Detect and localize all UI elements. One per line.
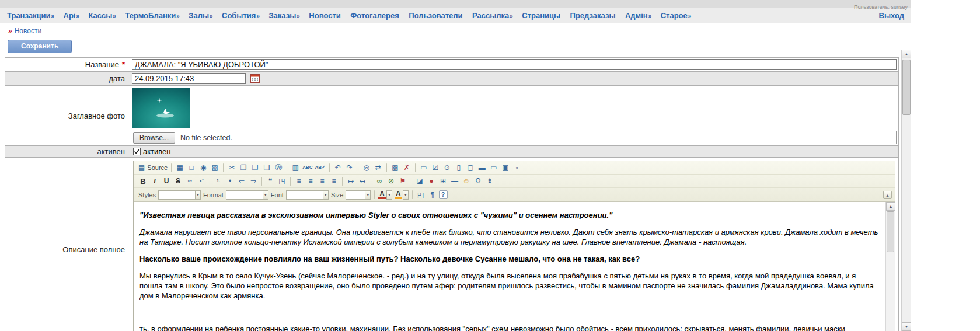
page-scrollbar-thumb[interactable] <box>902 60 911 115</box>
special-char-button[interactable]: Ω <box>473 176 483 186</box>
file-input[interactable]: Browse... No file selected. <box>132 131 897 144</box>
scayt-button[interactable]: AB✓ <box>315 162 326 173</box>
flash-button[interactable]: ● <box>426 176 437 186</box>
preview-button[interactable]: ◉ <box>198 162 208 173</box>
editor-scroll-up-icon[interactable]: ▲ <box>886 202 895 211</box>
redo-button[interactable]: ↷ <box>344 162 355 173</box>
browse-button[interactable]: Browse... <box>133 132 175 144</box>
nav-item[interactable]: ТермоБланки» <box>125 11 179 20</box>
remove-format-button[interactable]: ✗ <box>402 162 412 173</box>
subscript-button[interactable]: x₂ <box>184 176 195 186</box>
select-all-button[interactable]: ▩ <box>390 162 400 173</box>
submenu-arrow-icon: » <box>210 13 213 19</box>
toolbar-collapse-button[interactable]: ▲ <box>883 191 892 199</box>
paste-button[interactable]: ❒ <box>250 162 260 173</box>
source-button[interactable]: ▤Source <box>138 162 168 173</box>
font-combo[interactable]: Font▾ <box>270 190 329 200</box>
templates-button[interactable]: ▧ <box>210 162 220 173</box>
link-button[interactable]: ∞ <box>374 176 385 186</box>
text-color-button[interactable]: A▾ <box>378 190 393 200</box>
horizontal-rule-button[interactable]: — <box>449 176 460 186</box>
bold-button[interactable]: B <box>138 176 148 186</box>
undo-button[interactable]: ↶ <box>333 162 343 173</box>
nav-item[interactable]: Транзакции» <box>7 11 54 20</box>
anchor-button[interactable]: ⚑ <box>397 176 408 186</box>
maximize-button[interactable]: ◰ <box>416 190 426 200</box>
spell-check-button[interactable]: ABC <box>302 162 313 173</box>
save-doc-button[interactable]: ▦ <box>175 162 185 173</box>
nav-item[interactable]: Новости <box>309 11 341 20</box>
bidi-ltr-button[interactable]: ↦ <box>346 176 356 186</box>
image-button-button[interactable]: ▣ <box>500 162 511 173</box>
editor-scrollbar-thumb[interactable] <box>887 211 894 252</box>
nav-item[interactable]: Предзаказы <box>570 11 616 20</box>
toolbar-icon: ❝ <box>268 177 272 184</box>
indent-button[interactable]: ⇒ <box>248 176 259 186</box>
about-button[interactable]: ? <box>439 190 448 199</box>
nav-item[interactable]: Api» <box>64 11 80 20</box>
nav-item[interactable]: Страницы <box>522 11 561 20</box>
nav-item[interactable]: Пользователи <box>409 11 463 20</box>
hidden-field-button[interactable]: ▫ <box>512 162 522 173</box>
replace-button[interactable]: ⇄ <box>373 162 383 173</box>
calendar-icon[interactable] <box>250 74 260 83</box>
copy-button[interactable]: ❐ <box>238 162 249 173</box>
align-right-button[interactable]: ≡ <box>317 176 327 186</box>
align-left-button[interactable]: ≡ <box>294 176 304 186</box>
align-center-button[interactable]: ≡ <box>305 176 316 186</box>
date-input[interactable] <box>132 73 246 84</box>
radio-button[interactable]: ⊙ <box>442 162 452 173</box>
div-container-button[interactable]: ◳ <box>277 176 287 186</box>
textarea-button[interactable]: ▢ <box>465 162 476 173</box>
underline-button[interactable]: U <box>161 176 172 186</box>
image-button[interactable]: ◪ <box>414 176 425 186</box>
button-field-button[interactable]: ▭ <box>489 162 499 173</box>
show-blocks-button[interactable]: ¶ <box>427 190 438 200</box>
superscript-button[interactable]: x² <box>196 176 207 186</box>
nav-item[interactable]: Адмін» <box>625 11 651 20</box>
outdent-button[interactable]: ⇐ <box>236 176 247 186</box>
unlink-button[interactable]: ⊘ <box>386 176 396 186</box>
nav-item[interactable]: Старое» <box>661 11 692 20</box>
checkbox-button[interactable]: ☑ <box>430 162 441 173</box>
size-combo[interactable]: Size▾ <box>330 190 371 200</box>
bg-color-button[interactable]: A▾ <box>394 190 409 200</box>
strikethrough-button[interactable]: S <box>173 176 183 186</box>
nav-item[interactable]: Кассы» <box>88 11 116 20</box>
breadcrumb-link[interactable]: Новости <box>15 27 41 35</box>
justify-button[interactable]: ≡ <box>329 176 339 186</box>
nav-item[interactable]: События» <box>222 11 260 20</box>
paste-word-button[interactable]: Ⓦ <box>273 162 284 173</box>
blockquote-button[interactable]: ❝ <box>265 176 275 186</box>
table-button[interactable]: ⊞ <box>438 176 448 186</box>
page-scrollbar[interactable]: ▲ ▼ <box>901 50 911 331</box>
form-button[interactable]: ▭ <box>418 162 429 173</box>
page-scroll-down-icon[interactable]: ▼ <box>902 322 911 331</box>
new-page-button[interactable]: □ <box>186 162 197 173</box>
find-button[interactable]: ◎ <box>361 162 372 173</box>
title-input[interactable] <box>132 59 897 70</box>
editor-content[interactable]: "Известная певица рассказала в эксклюзив… <box>134 202 895 331</box>
logout-link[interactable]: Выход <box>879 11 904 20</box>
active-checkbox[interactable] <box>133 148 141 155</box>
save-button[interactable]: Сохранить <box>8 40 72 53</box>
editor-scrollbar[interactable]: ▲ <box>885 202 895 331</box>
nav-item[interactable]: Залы» <box>189 11 212 20</box>
styles-combo[interactable]: Styles▾ <box>138 190 201 200</box>
smiley-button[interactable]: ☺ <box>461 176 472 186</box>
cut-button[interactable]: ✂ <box>226 162 237 173</box>
bidi-rtl-button[interactable]: ↤ <box>357 176 368 186</box>
page-break-button[interactable]: ⇟ <box>484 176 495 186</box>
bulleted-list-button[interactable]: • <box>225 176 235 186</box>
numbered-list-button[interactable]: 1. <box>213 176 224 186</box>
page-scroll-up-icon[interactable]: ▲ <box>902 50 911 58</box>
nav-item[interactable]: Рассылка» <box>472 11 513 20</box>
select-field-button[interactable]: ▬ <box>477 162 487 173</box>
paste-text-button[interactable]: ❑ <box>261 162 272 173</box>
nav-item[interactable]: Заказы» <box>268 11 299 20</box>
format-combo[interactable]: Format▾ <box>203 190 269 200</box>
text-field-button[interactable]: ▯ <box>454 162 464 173</box>
nav-item[interactable]: Фотогалерея <box>350 11 400 20</box>
print-button[interactable]: ▥ <box>290 162 301 173</box>
italic-button[interactable]: I <box>149 176 160 186</box>
